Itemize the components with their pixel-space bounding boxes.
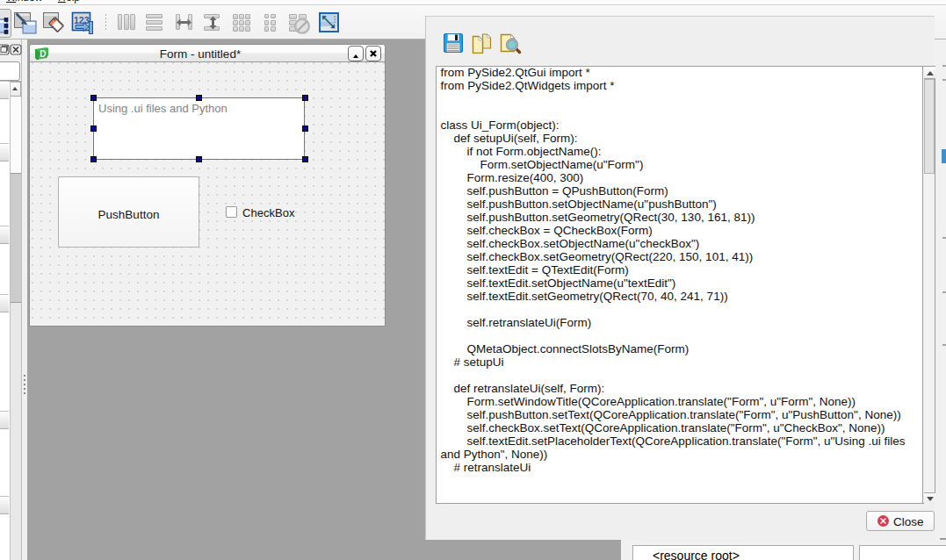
svg-text:123: 123 [74, 15, 90, 25]
